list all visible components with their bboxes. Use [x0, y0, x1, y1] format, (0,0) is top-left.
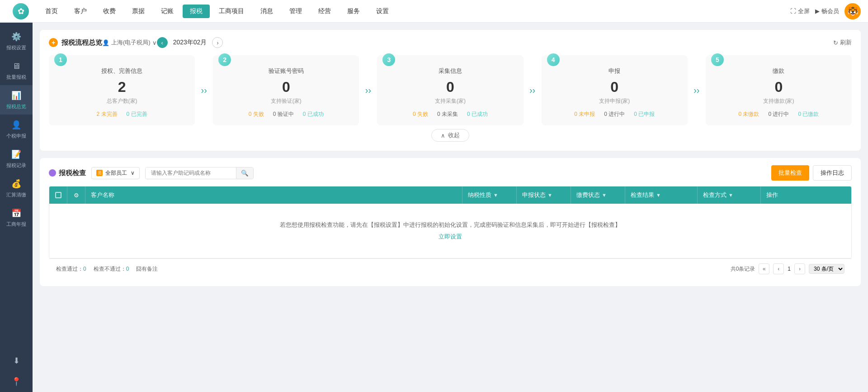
- header-declare-status[interactable]: 申报状态 ▼: [517, 186, 571, 204]
- nav-right: ⛶ 全屏 ▶ 畅会员 🐯: [790, 3, 861, 19]
- first-page-button[interactable]: «: [759, 263, 769, 274]
- filter-icon-5: ▼: [728, 192, 733, 198]
- nav-tax[interactable]: 报税: [183, 5, 210, 18]
- check-pass-text: 检查通过：: [56, 266, 83, 272]
- vip-button[interactable]: ▶ 畅会员: [815, 7, 839, 15]
- table-footer: 检查通过：0 检查不通过：0 囧有备注 共0条记录 « ‹ 1 › 30 条/页: [49, 258, 852, 279]
- next-month-button[interactable]: ›: [212, 37, 223, 48]
- nav-fee[interactable]: 收费: [96, 5, 123, 18]
- header-tax-nature[interactable]: 纳税性质 ▼: [462, 186, 517, 204]
- step-1-stat-0[interactable]: 2 未完善: [97, 110, 118, 118]
- overview-title: + 报税流程总览: [49, 38, 102, 47]
- date-nav: ‹ 2023年02月 ›: [157, 37, 223, 48]
- setup-link[interactable]: 立即设置: [439, 231, 462, 243]
- sidebar-item-location[interactable]: 📍: [0, 371, 33, 392]
- header-gear[interactable]: ⚙: [67, 186, 85, 204]
- prev-month-button[interactable]: ‹: [157, 37, 168, 48]
- step-2-stat-1[interactable]: 0 验证中: [273, 110, 294, 118]
- play-icon: ▶: [815, 8, 820, 14]
- step-5-title: 缴款: [715, 67, 843, 75]
- footer-right: 共0条记录 « ‹ 1 › 30 条/页: [731, 263, 844, 274]
- step-2-count: 0: [222, 79, 350, 96]
- fullscreen-button[interactable]: ⛶ 全屏: [790, 7, 810, 15]
- nav-invoice[interactable]: 票据: [125, 5, 152, 18]
- search-input[interactable]: [146, 167, 236, 178]
- staff-select-dropdown[interactable]: 员 全部员工 ∨: [91, 167, 140, 179]
- location-text: 上海(电子税局): [111, 38, 151, 47]
- filter-icon-1: ▼: [493, 192, 498, 198]
- header-fee-status[interactable]: 缴费状态 ▼: [571, 186, 625, 204]
- total-records: 共0条记录: [731, 265, 755, 273]
- prev-page-button[interactable]: ‹: [773, 263, 784, 274]
- step-2-title: 验证账号密码: [222, 67, 350, 75]
- step-4-stat-0[interactable]: 0 未申报: [574, 110, 595, 118]
- personal-tax-icon: 👤: [10, 119, 22, 131]
- batch-check-button[interactable]: 批量检查: [771, 165, 809, 181]
- step-5-count: 0: [715, 79, 843, 96]
- step-5-stat-2[interactable]: 0 已缴款: [798, 110, 819, 118]
- logo-icon: ✿: [13, 3, 29, 19]
- sidebar-item-clearance[interactable]: 💰 汇算清缴: [0, 173, 33, 203]
- step-4-stats: 0 未申报 0 进行中 0 已申报: [551, 110, 679, 118]
- operation-log-button[interactable]: 操作日志: [813, 165, 852, 181]
- nav-bookkeeping[interactable]: 记账: [154, 5, 181, 18]
- step-5-stats: 0 未缴款 0 进行中 0 已缴款: [715, 110, 843, 118]
- step-2-subtitle: 支持验证(家): [222, 97, 350, 105]
- mascot-avatar: 🐯: [844, 3, 861, 19]
- step-2-stat-2[interactable]: 0 已成功: [303, 110, 324, 118]
- sidebar-item-download[interactable]: ⬇: [0, 350, 33, 371]
- sidebar-item-personal-tax[interactable]: 👤 个税申报: [0, 115, 33, 144]
- top-nav: ✿ 首页 客户 收费 票据 记账 报税 工商项目 消息 管理 经营 服务 设置 …: [0, 0, 868, 23]
- sidebar-label-tax-record: 报税记录: [6, 162, 26, 169]
- footer-left: 检查通过：0 检查不通过：0 囧有备注: [56, 265, 158, 273]
- overview-title-text: 报税流程总览: [61, 38, 102, 47]
- step-3-stat-1[interactable]: 0 未采集: [437, 110, 458, 118]
- step-5-stat-0[interactable]: 0 未缴款: [738, 110, 759, 118]
- nav-settings[interactable]: 设置: [369, 5, 396, 18]
- location-tag[interactable]: 👤 上海(电子税局) ∨: [102, 38, 157, 47]
- step-1-title: 授权、完善信息: [58, 67, 186, 75]
- check-pass-count[interactable]: 0: [83, 266, 86, 272]
- nav-menu: 首页 客户 收费 票据 记账 报税 工商项目 消息 管理 经营 服务 设置: [38, 5, 790, 18]
- tax-record-icon: 📝: [10, 148, 22, 160]
- step-1-stat-1[interactable]: 0 已完善: [127, 110, 147, 118]
- sidebar-item-annual-report[interactable]: 📅 工商年报: [0, 203, 33, 232]
- header-check-method[interactable]: 检查方式 ▼: [698, 186, 761, 204]
- step-5-subtitle: 支持缴款(家): [715, 97, 843, 105]
- search-button[interactable]: 🔍: [236, 167, 253, 179]
- step-3-stat-0[interactable]: 0 失败: [413, 110, 428, 118]
- collapse-button[interactable]: ∧ 收起: [431, 129, 469, 142]
- step-3-stat-2[interactable]: 0 已成功: [467, 110, 488, 118]
- step-4-stat-2[interactable]: 0 已申报: [634, 110, 655, 118]
- nav-customer[interactable]: 客户: [67, 5, 94, 18]
- sidebar-item-tax-overview[interactable]: 📊 报税总览: [0, 85, 33, 115]
- annual-report-icon: 📅: [10, 207, 22, 219]
- step-4-stat-1[interactable]: 0 进行中: [604, 110, 625, 118]
- nav-service[interactable]: 服务: [340, 5, 367, 18]
- step-1-card: 1 授权、完善信息 2 总客户数(家) 2 未完善 0 已完善: [49, 55, 195, 125]
- nav-manage[interactable]: 管理: [282, 5, 309, 18]
- refresh-button[interactable]: ↻ 刷新: [833, 38, 852, 47]
- step-2-stats: 0 失败 0 验证中 0 已成功: [222, 110, 350, 118]
- fullscreen-label: 全屏: [798, 7, 810, 15]
- header-checkbox[interactable]: [49, 186, 67, 204]
- header-check-result[interactable]: 检查结果 ▼: [625, 186, 698, 204]
- sidebar-item-batch-tax[interactable]: 🖥 批量报税: [0, 56, 33, 85]
- step-2-stat-0[interactable]: 0 失败: [249, 110, 264, 118]
- nav-message[interactable]: 消息: [253, 5, 280, 18]
- step-3-count: 0: [386, 79, 514, 96]
- sidebar: ⚙️ 报税设置 🖥 批量报税 📊 报税总览 👤 个税申报 📝 报税记录 💰 汇算…: [0, 23, 33, 392]
- step-5-stat-1[interactable]: 0 进行中: [768, 110, 789, 118]
- sidebar-item-tax-record[interactable]: 📝 报税记录: [0, 144, 33, 173]
- nav-home[interactable]: 首页: [38, 5, 65, 18]
- check-table: ⚙ 客户名称 纳税性质 ▼ 申报状态 ▼ 缴费状态 ▼ 检查: [49, 186, 852, 258]
- nav-business[interactable]: 工商项目: [212, 5, 251, 18]
- per-page-select[interactable]: 30 条/页: [809, 264, 844, 274]
- has-note-label: 囧有备注: [136, 265, 158, 273]
- next-page-button[interactable]: ›: [794, 263, 805, 274]
- nav-operation[interactable]: 经营: [311, 5, 338, 18]
- table-header: ⚙ 客户名称 纳税性质 ▼ 申报状态 ▼ 缴费状态 ▼ 检查: [49, 186, 851, 204]
- check-fail-count[interactable]: 0: [126, 266, 129, 272]
- sidebar-item-tax-settings[interactable]: ⚙️ 报税设置: [0, 26, 33, 56]
- filter-icon-3: ▼: [602, 192, 607, 198]
